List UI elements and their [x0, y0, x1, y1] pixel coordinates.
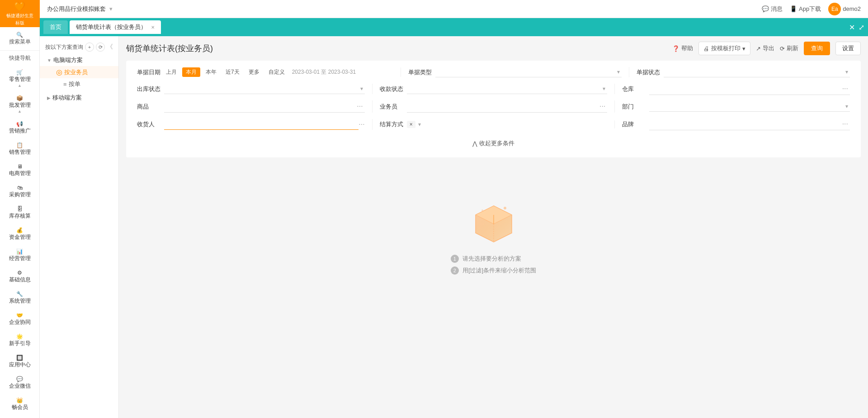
newbie-icon: 🌟 [16, 333, 23, 340]
tree-node-pc[interactable]: ▼ 电脑端方案 [40, 54, 118, 66]
empty-tips: 1 请先选择要分析的方案 2 用[过滤]条件来缩小分析范围 [451, 255, 536, 275]
sidebar-item-retail[interactable]: 🛒 零售管理 ▲ [0, 66, 39, 91]
template-print-btn[interactable]: 🖨 按模板打印 ▾ [698, 42, 750, 55]
dept-label: 部门 [622, 103, 649, 111]
refresh-scheme-btn[interactable]: ⟳ [96, 43, 105, 52]
receipt-status-label: 收款状态 [380, 85, 407, 93]
collapse-label: 收起更多条件 [479, 139, 514, 147]
tip-num-1: 1 [451, 255, 459, 263]
sidebar-item-purchase[interactable]: 🛍 采购管理 [0, 181, 39, 202]
salesperson-dots: ··· [599, 102, 605, 110]
tab-close-icon[interactable]: ✕ [151, 25, 155, 30]
tree-mobile-label: 移动端方案 [52, 94, 82, 102]
empty-tip-2: 2 用[过滤]条件来缩小分析范围 [451, 266, 536, 275]
date-btn-more[interactable]: 更多 [245, 67, 263, 77]
export-icon: ↗ [756, 45, 761, 52]
sidebar-logo: 🧡 畅捷通好生意 标版 [0, 0, 40, 27]
sidebar-item-finance[interactable]: 💰 资金管理 [0, 223, 39, 245]
settlement-tag-close[interactable]: × [410, 121, 413, 128]
salesperson-select[interactable]: ··· [407, 100, 608, 113]
sidebar-item-corp-wechat[interactable]: 💬 企业微信 [0, 372, 39, 394]
empty-state: 1 请先选择要分析的方案 2 用[过滤]条件来缩小分析范围 [126, 163, 861, 311]
brand-select[interactable]: ··· [649, 118, 850, 130]
template-print-label: 按模板打印 [711, 44, 741, 52]
doc-type-select[interactable]: ▾ [435, 67, 622, 77]
right-content: 销货单统计表(按业务员) ❓ 帮助 🖨 按模板打印 ▾ ↗ 导出 [119, 36, 868, 418]
export-link[interactable]: ↗ 导出 [756, 44, 774, 52]
date-btn-last-month[interactable]: 上月 [162, 67, 180, 77]
date-btn-custom[interactable]: 自定义 [265, 67, 288, 77]
top-header: 办公用品行业模拟账套 ▾ 💬 消息 📱 App下载 Ea demo2 [40, 0, 868, 18]
filter-date-field: 单据日期 上月 本月 本年 近7天 更多 自定义 2023-03-01 至 20… [133, 67, 401, 77]
sidebar-item-sales-label: 销售管理 [9, 148, 31, 156]
logo-subtitle: 标版 [15, 20, 24, 26]
app-download-link[interactable]: 📱 App下载 [790, 5, 821, 13]
sidebar-item-ecommerce[interactable]: 🖥 电商管理 [0, 160, 39, 181]
sidebar-item-inventory[interactable]: 🗄 库存核算 [0, 202, 39, 223]
tab-bar-expand-icon[interactable]: ⤢ [859, 23, 864, 32]
sidebar-item-enterprise[interactable]: 🤝 企业协同 [0, 309, 39, 330]
tree-node-mobile[interactable]: ▶ 移动端方案 [40, 92, 118, 104]
chevron-icon: ▲ [18, 83, 22, 88]
filter-doc-status-field: 单据状态 ▾ [629, 67, 854, 77]
sidebar-item-sales[interactable]: 📋 销售管理 [0, 138, 39, 160]
stock-status-label: 出库状态 [137, 85, 164, 93]
warehouse-label: 仓库 [622, 85, 649, 93]
brand-label: 品牌 [622, 120, 649, 128]
salesperson-scheme-label: 按业务员 [64, 68, 88, 76]
tree-arrow-pc: ▼ [47, 58, 52, 63]
sidebar-item-inventory-label: 库存核算 [9, 212, 31, 220]
tab-home[interactable]: 首页 [43, 20, 68, 34]
search-icon: 🔍 [16, 32, 23, 38]
warehouse-select[interactable]: ··· [649, 83, 850, 95]
consignee-input[interactable] [164, 119, 359, 130]
tree-node-by-salesperson[interactable]: ◎ 按业务员 [40, 66, 118, 78]
sidebar-item-basic[interactable]: ⚙ 基础信息 [0, 266, 39, 287]
receipt-status-select[interactable]: ▾ [407, 84, 608, 94]
sidebar: 🧡 畅捷通好生意 标版 🔍 搜索菜单 快捷导航 🛒 零售管理 ▲ 📦 批发管理 … [0, 0, 40, 418]
sidebar-item-enterprise-label: 企业协同 [9, 318, 31, 326]
refresh-icon: ⟳ [780, 45, 785, 52]
user-name: demo2 [843, 5, 861, 12]
date-btn-this-year[interactable]: 本年 [202, 67, 220, 77]
tab-sales-stat[interactable]: 销货单统计表（按业务员） ✕ [70, 20, 161, 34]
sidebar-item-system[interactable]: 🔧 系统管理 [0, 287, 39, 309]
sidebar-item-apps[interactable]: 🔲 应用中心 [0, 351, 39, 372]
date-range-text: 2023-03-01 至 2023-03-31 [292, 68, 356, 76]
sidebar-quick-nav[interactable]: 快捷导航 [0, 51, 39, 66]
collapse-more-btn[interactable]: ⋀ 收起更多条件 [472, 139, 514, 147]
page-content: 按以下方案查询 + ⟳ 《 ▼ 电脑端方案 ◎ 按业务员 ≡ 按单 [40, 36, 868, 418]
add-scheme-btn[interactable]: + [85, 43, 94, 52]
sidebar-item-marketing[interactable]: 📢 营销推广 [0, 117, 39, 138]
breadcrumb-dropdown-icon[interactable]: ▾ [109, 5, 113, 12]
stock-status-select[interactable]: ▾ [164, 84, 365, 94]
sidebar-search[interactable]: 🔍 搜索菜单 [0, 27, 39, 51]
doc-status-select[interactable]: ▾ [664, 67, 850, 77]
sidebar-item-newbie[interactable]: 🌟 新手引导 [0, 330, 39, 351]
dept-select[interactable]: ▾ [649, 101, 850, 112]
message-link[interactable]: 💬 消息 [762, 5, 783, 13]
filter-consignee-field: 收货人 ··· [133, 119, 373, 130]
goods-select[interactable]: ··· [164, 100, 365, 113]
settings-btn[interactable]: 设置 [835, 42, 861, 55]
sidebar-item-wholesale[interactable]: 📦 批发管理 ▲ [0, 91, 39, 117]
wholesale-icon: 📦 [16, 95, 23, 101]
refresh-link[interactable]: ⟳ 刷新 [780, 44, 798, 52]
stock-status-arrow: ▾ [360, 86, 363, 92]
tree-pc-label: 电脑端方案 [53, 56, 83, 64]
avatar-initials: Ea [831, 6, 838, 12]
sidebar-item-member[interactable]: 👑 畅会员 [0, 394, 39, 415]
sidebar-item-retail-label: 零售管理 [9, 76, 31, 83]
sidebar-item-apps-label: 应用中心 [9, 361, 31, 369]
app-download-label: App下载 [799, 5, 821, 13]
filter-card: 单据日期 上月 本月 本年 近7天 更多 自定义 2023-03-01 至 20… [126, 61, 861, 157]
query-btn[interactable]: 查询 [804, 42, 830, 55]
collapse-panel-btn[interactable]: 《 [107, 43, 113, 51]
tab-bar-close-icon[interactable]: ✕ [849, 23, 855, 32]
help-link[interactable]: ❓ 帮助 [672, 44, 693, 52]
tree-node-by-order[interactable]: ≡ 按单 [40, 78, 118, 90]
date-btn-this-month[interactable]: 本月 [182, 67, 200, 77]
user-profile[interactable]: Ea demo2 [828, 3, 861, 15]
date-btn-last7days[interactable]: 近7天 [222, 67, 243, 77]
sidebar-item-operation[interactable]: 📊 经营管理 [0, 245, 39, 266]
